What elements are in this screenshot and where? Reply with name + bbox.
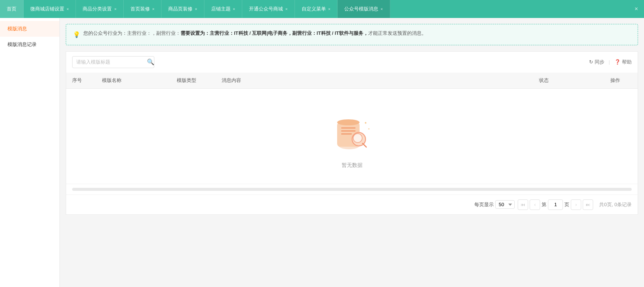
current-page-input[interactable] <box>548 199 563 210</box>
column-header-action: 操作 <box>593 73 638 88</box>
nav-tab-label: 公众号模版消息 <box>344 6 378 12</box>
column-header-status: 状态 <box>533 73 593 88</box>
nav-tab-label: 开通公众号商城 <box>249 6 283 12</box>
column-header-name: 模版名称 <box>96 73 171 88</box>
close-icon[interactable]: × <box>380 7 383 11</box>
nav-tab-template-msg[interactable]: 公众号模版消息 × <box>338 0 390 18</box>
help-button[interactable]: ❓ 帮助 <box>614 59 632 65</box>
last-page-button[interactable]: ⏭ <box>583 199 593 210</box>
table-container: 🔍 ↻ 同步 | ❓ 帮助 序号 模版名称 模版 <box>66 51 638 215</box>
nav-tab-label: 商品分类设置 <box>83 6 112 12</box>
svg-point-2 <box>337 119 360 125</box>
svg-text:✦: ✦ <box>368 128 370 130</box>
sidebar-item-template-record[interactable]: 模版消息记录 <box>0 37 59 52</box>
top-navigation: 首页 微商城店铺设置 × 商品分类设置 × 首页装修 × 商品页装修 × 店铺主… <box>0 0 644 18</box>
close-icon[interactable]: × <box>152 7 154 11</box>
close-icon[interactable]: × <box>67 7 69 11</box>
nav-tab-home-decor[interactable]: 首页装修 × <box>124 0 161 18</box>
nav-tab-home[interactable]: 首页 <box>0 0 24 18</box>
search-icon[interactable]: 🔍 <box>147 58 154 65</box>
nav-tab-product-decor[interactable]: 商品页装修 × <box>161 0 204 18</box>
question-icon: ❓ <box>614 59 620 65</box>
svg-text:✦: ✦ <box>364 121 367 125</box>
first-page-button[interactable]: ⏮ <box>518 199 528 210</box>
notice-box: 💡 您的公众号行业为：主营行业：，副营行业：需要设置为：主营行业：IT科技 / … <box>66 24 638 45</box>
sync-button[interactable]: ↻ 同步 <box>589 59 604 65</box>
sidebar-item-template-msg[interactable]: 模版消息 <box>0 21 59 37</box>
next-page-button[interactable]: › <box>571 199 581 210</box>
column-header-type: 模版类型 <box>171 73 216 88</box>
search-bar: 🔍 ↻ 同步 | ❓ 帮助 <box>66 52 638 73</box>
nav-tab-label: 商品页装修 <box>168 6 192 12</box>
svg-line-8 <box>363 143 366 147</box>
empty-state: ✦ ✦ 暂无数据 <box>66 89 638 184</box>
nav-tab-label: 首页装修 <box>130 6 150 12</box>
search-left: 🔍 <box>72 56 154 68</box>
page-size-label: 每页显示 <box>474 201 494 208</box>
search-right: ↻ 同步 | ❓ 帮助 <box>589 59 632 65</box>
close-icon[interactable]: × <box>233 7 235 11</box>
pagination: 每页显示 50 20 100 ⏮ ‹ 第 页 › ⏭ 共0页, 0条记录 <box>66 195 638 214</box>
page-size-selector: 每页显示 50 20 100 <box>474 200 515 209</box>
table-header: 序号 模版名称 模版类型 消息内容 状态 操作 <box>66 73 638 89</box>
prev-page-button[interactable]: ‹ <box>530 199 540 210</box>
column-header-content: 消息内容 <box>216 73 533 88</box>
main-layout: 模版消息 模版消息记录 💡 您的公众号行业为：主营行业：，副营行业：需要设置为：… <box>0 18 644 287</box>
close-all-button[interactable]: × <box>629 6 644 12</box>
nav-tab-theme[interactable]: 店铺主题 × <box>204 0 242 18</box>
close-icon[interactable]: × <box>285 7 287 11</box>
nav-tab-label: 店铺主题 <box>211 6 231 12</box>
nav-tab-label: 微商城店铺设置 <box>30 6 64 12</box>
svg-point-7 <box>353 134 362 143</box>
scrollbar-area <box>66 184 638 195</box>
page-navigation: ⏮ ‹ 第 页 › ⏭ <box>518 199 593 210</box>
bulb-icon: 💡 <box>73 30 80 40</box>
horizontal-scrollbar[interactable] <box>72 188 632 191</box>
nav-tab-custom-menu[interactable]: 自定义菜单 × <box>295 0 338 18</box>
sidebar: 模版消息 模版消息记录 <box>0 18 60 287</box>
empty-text: 暂无数据 <box>342 162 363 169</box>
main-content: 💡 您的公众号行业为：主营行业：，副营行业：需要设置为：主营行业：IT科技 / … <box>60 18 644 287</box>
close-icon[interactable]: × <box>195 7 197 11</box>
nav-tab-label: 自定义菜单 <box>302 6 326 12</box>
page-size-select[interactable]: 50 20 100 <box>495 200 515 209</box>
total-text: 共0页, 0条记录 <box>599 201 632 208</box>
divider: | <box>609 59 610 65</box>
refresh-icon: ↻ <box>589 59 593 65</box>
page-label-before: 第 <box>542 201 546 208</box>
close-icon[interactable]: × <box>328 7 330 11</box>
nav-tab-category-settings[interactable]: 商品分类设置 × <box>76 0 123 18</box>
nav-tab-label: 首页 <box>7 6 16 12</box>
page-label-after: 页 <box>564 201 569 208</box>
column-header-seq: 序号 <box>66 73 96 88</box>
close-icon[interactable]: × <box>114 7 116 11</box>
search-input[interactable] <box>72 56 154 68</box>
empty-illustration: ✦ ✦ <box>330 111 375 156</box>
nav-tab-shop-settings[interactable]: 微商城店铺设置 × <box>24 0 76 18</box>
nav-tab-open-mall[interactable]: 开通公众号商城 × <box>242 0 295 18</box>
notice-text: 您的公众号行业为：主营行业：，副营行业：需要设置为：主营行业：IT科技 / 互联… <box>83 30 426 37</box>
